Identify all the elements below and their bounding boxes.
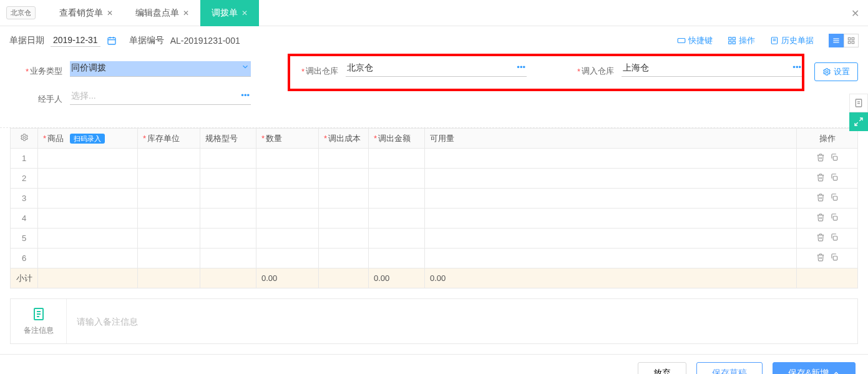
cell-outamount[interactable]	[369, 209, 425, 229]
handler-select[interactable]: 选择...	[70, 89, 251, 105]
tab-view-sales[interactable]: 查看销货单✕	[48, 0, 124, 26]
svg-rect-17	[848, 37, 851, 40]
hotkey-label: 快捷键	[688, 35, 713, 46]
discard-button[interactable]: 放弃	[638, 362, 686, 374]
operate-link[interactable]: 操作	[728, 35, 755, 46]
cell-spec[interactable]	[200, 189, 256, 209]
in-warehouse-select[interactable]: 上海仓	[622, 61, 802, 77]
cell-outcost[interactable]	[319, 149, 369, 169]
cell-spec[interactable]	[200, 169, 256, 189]
close-icon[interactable]: ✕	[183, 9, 189, 17]
table-row[interactable]: 6	[11, 249, 858, 268]
cell-qty[interactable]	[256, 189, 319, 209]
cell-outcost[interactable]	[319, 169, 369, 189]
biz-type-select[interactable]: 同价调拨	[70, 61, 251, 77]
cell-available[interactable]	[425, 229, 797, 249]
cell-product[interactable]	[38, 209, 138, 229]
svg-line-37	[855, 122, 858, 125]
cell-outcost[interactable]	[319, 229, 369, 249]
col-unit: *库存单位	[138, 129, 200, 149]
cell-outamount[interactable]	[369, 229, 425, 249]
history-link[interactable]: 历史单据	[770, 35, 814, 46]
cell-outamount[interactable]	[369, 169, 425, 189]
cell-qty[interactable]	[256, 149, 319, 169]
cell-qty[interactable]	[256, 169, 319, 189]
copy-row-icon[interactable]	[827, 154, 841, 164]
delete-row-icon[interactable]	[814, 194, 827, 204]
table-row[interactable]: 3	[11, 189, 858, 209]
tab-edit-inventory[interactable]: 编辑盘点单✕	[124, 0, 200, 26]
settings-button[interactable]: 设置	[814, 62, 858, 81]
more-icon[interactable]: •••	[517, 62, 525, 72]
svg-rect-25	[833, 196, 837, 200]
cell-product[interactable]	[38, 229, 138, 249]
table-row[interactable]: 1	[11, 149, 858, 169]
calendar-icon[interactable]	[107, 36, 117, 46]
cell-qty[interactable]	[256, 209, 319, 229]
cell-unit[interactable]	[138, 229, 200, 249]
cell-product[interactable]	[38, 169, 138, 189]
cell-available[interactable]	[425, 169, 797, 189]
delete-row-icon[interactable]	[814, 214, 827, 224]
date-field[interactable]: 2019-12-31	[51, 35, 100, 47]
table-row[interactable]: 2	[11, 169, 858, 189]
cell-product[interactable]	[38, 149, 138, 169]
tab-transfer[interactable]: 调拨单✕	[200, 0, 259, 26]
cell-outamount[interactable]	[369, 189, 425, 209]
save-draft-button[interactable]: 保存草稿	[696, 362, 763, 374]
cell-qty[interactable]	[256, 229, 319, 249]
cell-spec[interactable]	[200, 229, 256, 249]
cell-outamount[interactable]	[369, 249, 425, 268]
cell-spec[interactable]	[200, 209, 256, 229]
cell-available[interactable]	[425, 189, 797, 209]
col-gear[interactable]	[11, 129, 38, 149]
hotkey-link[interactable]: 快捷键	[677, 35, 713, 46]
cell-unit[interactable]	[138, 169, 200, 189]
out-warehouse-field: *调出仓库 北京仓 •••	[288, 61, 527, 77]
cell-available[interactable]	[425, 209, 797, 229]
table-row[interactable]: 4	[11, 209, 858, 229]
scan-input-tag[interactable]: 扫码录入	[70, 134, 105, 144]
side-note-button[interactable]	[849, 94, 868, 112]
svg-rect-0	[108, 37, 115, 44]
view-toggle-list[interactable]	[829, 34, 844, 47]
cell-unit[interactable]	[138, 189, 200, 209]
copy-row-icon[interactable]	[827, 194, 841, 204]
cell-unit[interactable]	[138, 209, 200, 229]
cell-outcost[interactable]	[319, 189, 369, 209]
copy-row-icon[interactable]	[827, 174, 841, 184]
view-toggle-grid[interactable]	[844, 34, 859, 47]
delete-row-icon[interactable]	[814, 154, 827, 164]
remark-input[interactable]	[67, 299, 857, 343]
more-icon[interactable]: •••	[241, 91, 250, 100]
close-icon[interactable]: ✕	[241, 9, 248, 17]
close-all-icon[interactable]: ✕	[851, 7, 859, 19]
cell-product[interactable]	[38, 249, 138, 268]
more-icon[interactable]: •••	[792, 62, 801, 72]
cell-available[interactable]	[425, 249, 797, 268]
delete-row-icon[interactable]	[814, 174, 827, 184]
cell-outcost[interactable]	[319, 209, 369, 229]
copy-row-icon[interactable]	[827, 214, 841, 224]
table-row[interactable]: 5	[11, 229, 858, 249]
cell-spec[interactable]	[200, 249, 256, 268]
delete-row-icon[interactable]	[814, 254, 827, 263]
cell-spec[interactable]	[200, 149, 256, 169]
cell-unit[interactable]	[138, 249, 200, 268]
cell-available[interactable]	[425, 149, 797, 169]
chevron-down-icon[interactable]	[241, 62, 250, 73]
delete-row-icon[interactable]	[814, 234, 827, 244]
close-icon[interactable]: ✕	[107, 9, 113, 17]
cell-outamount[interactable]	[369, 149, 425, 169]
cell-unit[interactable]	[138, 149, 200, 169]
save-add-button[interactable]: 保存&新增	[773, 362, 856, 374]
copy-row-icon[interactable]	[827, 234, 841, 244]
side-expand-button[interactable]	[849, 112, 868, 131]
cell-outcost[interactable]	[319, 249, 369, 268]
tab-label: 调拨单	[212, 7, 238, 19]
cell-product[interactable]	[38, 189, 138, 209]
cell-qty[interactable]	[256, 249, 319, 268]
copy-row-icon[interactable]	[827, 254, 841, 263]
out-warehouse-select[interactable]: 北京仓	[346, 61, 527, 77]
date-label: 单据日期	[9, 35, 44, 46]
